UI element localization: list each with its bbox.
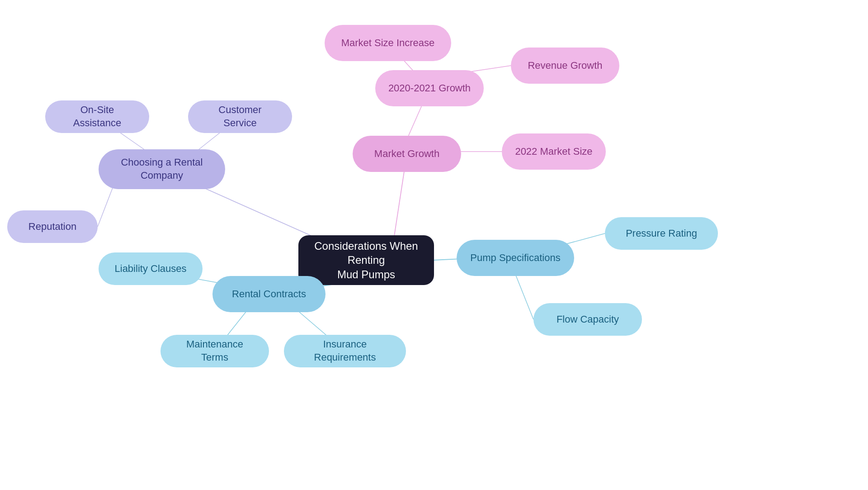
node-market-size-increase: Market Size Increase xyxy=(325,25,451,61)
node-on-site-assistance: On-Site Assistance xyxy=(45,100,149,133)
node-maintenance-terms: Maintenance Terms xyxy=(160,335,269,367)
node-choosing-rental: Choosing a Rental Company xyxy=(99,149,225,189)
node-pump-specifications: Pump Specifications xyxy=(457,240,574,276)
center-node: Considerations When Renting Mud Pumps xyxy=(298,235,434,285)
svg-line-15 xyxy=(515,274,533,319)
node-liability-clauses: Liability Clauses xyxy=(99,252,203,285)
node-revenue-growth: Revenue Growth xyxy=(511,48,619,84)
node-pressure-rating: Pressure Rating xyxy=(605,217,718,250)
mindmap-container: Considerations When Renting Mud Pumps Ch… xyxy=(0,0,868,490)
node-customer-service: Customer Service xyxy=(188,100,292,133)
node-insurance-requirements: Insurance Requirements xyxy=(284,335,406,367)
node-flow-capacity: Flow Capacity xyxy=(533,303,642,336)
node-2020-2021-growth: 2020-2021 Growth xyxy=(375,70,484,106)
node-market-growth: Market Growth xyxy=(353,136,461,172)
node-2022-market-size: 2022 Market Size xyxy=(502,133,606,170)
node-rental-contracts: Rental Contracts xyxy=(212,276,326,312)
node-reputation: Reputation xyxy=(7,210,98,243)
